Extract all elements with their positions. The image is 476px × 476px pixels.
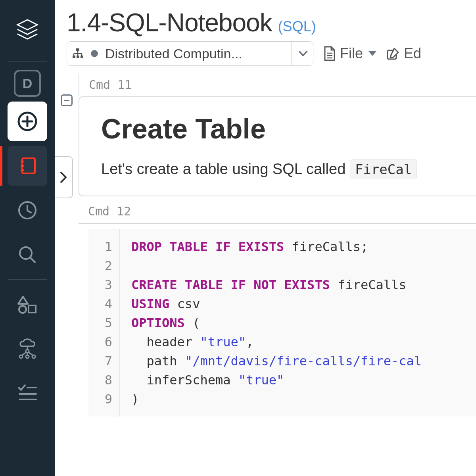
language-badge[interactable]: (SQL) — [278, 18, 316, 35]
collapse-cell-button[interactable] — [61, 94, 73, 106]
svg-point-11 — [20, 247, 32, 259]
line-gutter: 1 2 3 4 5 6 7 8 9 — [88, 229, 120, 416]
sidebar-item-workspace[interactable] — [8, 146, 47, 186]
cells-area: Cmd 11 Create Table Let's create a table… — [55, 73, 476, 476]
svg-point-16 — [26, 349, 29, 353]
svg-marker-0 — [17, 20, 37, 30]
expand-sidebar-button[interactable] — [55, 156, 73, 198]
svg-rect-27 — [76, 48, 79, 51]
cmd-label: Cmd 12 — [79, 200, 476, 223]
svg-line-12 — [31, 258, 35, 262]
divider — [8, 279, 47, 280]
line-num: 6 — [88, 332, 112, 351]
line-num: 1 — [88, 237, 112, 256]
caret-down-icon — [369, 51, 376, 56]
sidebar-item-data[interactable]: D — [14, 70, 41, 97]
databricks-logo[interactable] — [8, 10, 47, 50]
cluster-dropdown-chevron[interactable] — [291, 42, 308, 65]
edit-label: Ed — [404, 45, 421, 62]
sidebar-item-search[interactable] — [8, 235, 47, 274]
file-icon — [323, 46, 336, 61]
cmd-label: Cmd 11 — [79, 73, 476, 96]
cell-cmd-12: Cmd 12 1 2 3 4 5 6 7 8 9 DROP TABLE IF E… — [79, 200, 476, 416]
svg-line-10 — [27, 211, 31, 213]
sidebar-item-jobs[interactable] — [8, 373, 47, 413]
svg-rect-4 — [22, 158, 35, 173]
sidebar-item-clusters[interactable] — [8, 329, 47, 369]
sidebar-item-create[interactable] — [8, 102, 47, 141]
shapes-icon — [17, 294, 38, 315]
code-body[interactable]: DROP TABLE IF EXISTS fireCalls; CREATE T… — [120, 229, 422, 416]
cluster-name: Distributed Computin... — [105, 46, 284, 61]
sidebar-item-shapes[interactable] — [8, 284, 47, 324]
line-num: 3 — [88, 275, 112, 294]
clock-icon — [17, 200, 38, 221]
code-cell[interactable]: 1 2 3 4 5 6 7 8 9 DROP TABLE IF EXISTS f… — [79, 223, 476, 416]
svg-rect-15 — [29, 305, 36, 313]
file-menu[interactable]: File — [323, 45, 376, 62]
divider — [8, 61, 47, 62]
title-row: 1.4-SQL-Notebook (SQL) — [55, 0, 476, 41]
cluster-selector[interactable]: Distributed Computin... — [67, 41, 313, 66]
svg-line-23 — [29, 352, 33, 355]
svg-rect-30 — [81, 56, 83, 58]
plus-circle-icon — [17, 111, 38, 132]
stack-icon — [16, 18, 39, 41]
markdown-cell[interactable]: Create Table Let's create a table using … — [79, 96, 476, 196]
line-num: 4 — [88, 294, 112, 313]
sidebar-item-recents[interactable] — [8, 190, 47, 230]
svg-point-18 — [26, 355, 29, 358]
sitemap-icon — [72, 48, 84, 60]
svg-marker-13 — [18, 297, 28, 304]
main-content: 1.4-SQL-Notebook (SQL) Distributed Compu… — [55, 0, 476, 476]
line-num: 2 — [88, 256, 112, 275]
code-editor[interactable]: 1 2 3 4 5 6 7 8 9 DROP TABLE IF EXISTS f… — [88, 229, 476, 416]
notebook-title[interactable]: 1.4-SQL-Notebook — [67, 8, 272, 37]
edit-icon — [386, 47, 400, 60]
left-sidebar: D — [0, 0, 55, 476]
svg-rect-28 — [73, 56, 75, 58]
md-body-text: Let's create a table using SQL called — [101, 161, 350, 177]
chevron-down-icon — [298, 48, 308, 59]
notebook-icon — [17, 155, 38, 177]
file-label: File — [340, 45, 363, 62]
search-icon — [17, 245, 37, 265]
checklist-icon — [17, 383, 38, 403]
inline-code: FireCal — [350, 159, 417, 179]
cell-cmd-11: Cmd 11 Create Table Let's create a table… — [79, 73, 476, 196]
md-heading: Create Table — [101, 113, 460, 145]
line-num: 7 — [88, 351, 112, 370]
svg-line-22 — [22, 352, 26, 355]
toolbar: Distributed Computin... File — [55, 41, 476, 73]
svg-point-14 — [19, 306, 26, 313]
chevron-right-icon — [60, 171, 67, 184]
line-num: 5 — [88, 313, 112, 332]
md-body: Let's create a table using SQL called Fi… — [101, 159, 460, 180]
line-num: 8 — [88, 370, 112, 390]
edit-menu[interactable]: Ed — [386, 45, 421, 62]
cloud-network-icon — [16, 338, 38, 360]
line-num: 9 — [88, 390, 112, 409]
svg-rect-29 — [77, 56, 79, 58]
cluster-status-dot — [91, 50, 98, 57]
letter-d-icon: D — [23, 76, 33, 91]
